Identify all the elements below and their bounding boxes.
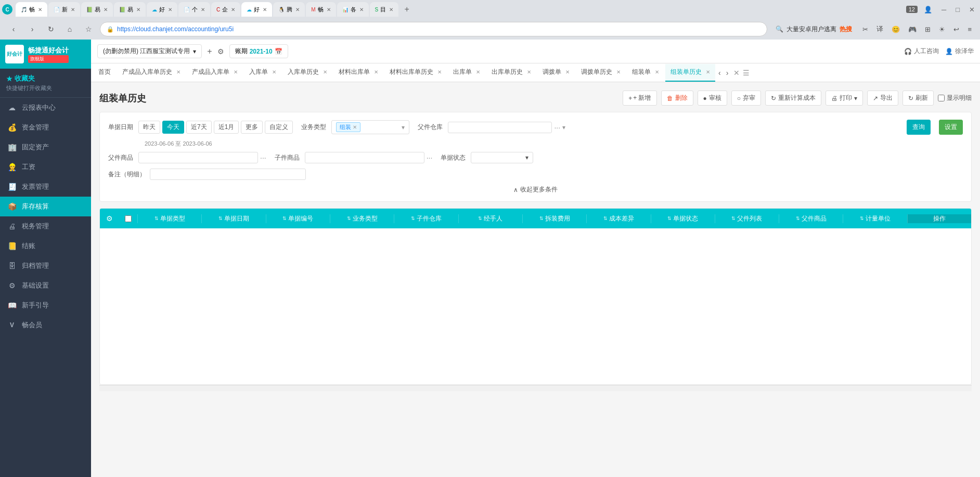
parent-warehouse-dropdown[interactable]: ▾ [562,124,565,131]
period-selector[interactable]: 账期 2021-10 📅 [229,44,288,58]
user-profile-button[interactable]: 👤 徐泽华 [945,47,974,56]
tab-xin[interactable]: 📄 新 ✕ [48,2,80,17]
print-button[interactable]: 🖨 打印 ▾ [826,91,863,106]
minimize-button[interactable]: ─ [938,5,949,15]
maximize-button[interactable]: □ [952,5,963,15]
tab-teng[interactable]: 🐧 腾 ✕ [273,2,305,17]
close-icon[interactable]: ✕ [231,7,235,12]
translate-icon[interactable]: 译 [874,23,885,35]
url-bar[interactable]: 🔒 https://cloud.chanjet.com/accounting/u… [100,22,767,36]
sidebar-item-close[interactable]: 📒 结账 [0,236,91,256]
sidebar-item-settings[interactable]: ⚙ 基础设置 [0,276,91,295]
7days-btn[interactable]: 近7天 [186,121,212,134]
close-icon[interactable]: ✕ [295,7,300,12]
sidebar-item-guide[interactable]: 📖 新手引导 [0,295,91,315]
parent-warehouse-input[interactable] [448,122,552,133]
sidebar-item-archive[interactable]: 🗄 归档管理 [0,256,91,276]
tab-ge2[interactable]: 📊 各 ✕ [337,2,369,17]
close-icon[interactable]: ✕ [38,7,42,12]
sidebar-item-invoice[interactable]: 🧾 发票管理 [0,177,91,197]
close-icon[interactable]: ✕ [263,7,267,12]
audit-button[interactable]: ● 审核 [698,91,727,106]
tab-home[interactable]: 首页 [93,64,116,82]
close-tab-icon[interactable]: ✕ [527,69,531,75]
th-doc-status[interactable]: ⇅ 单据状态 [651,214,715,223]
select-all-checkbox[interactable] [119,215,137,222]
sidebar-item-cloud-reports[interactable]: ☁ 云报表中心 [0,98,91,118]
sidebar-logo[interactable]: 好会计 畅捷通好会计 旗舰版 [0,40,91,69]
gamepad-icon[interactable]: 🎮 [906,24,919,34]
display-detail-checkbox[interactable]: 显示明细 [938,94,972,102]
tab-material-out[interactable]: 材料出库单 ✕ [333,64,383,82]
export-button[interactable]: ↗ 导出 [867,91,898,106]
sidebar-item-fund[interactable]: 💰 资金管理 [0,118,91,137]
settings-icon[interactable]: ⚙ [217,47,224,56]
service-button[interactable]: 🎧 人工咨询 [904,47,939,56]
tab-out[interactable]: 出库单 ✕ [448,64,485,82]
settings-button[interactable]: 设置 [939,120,963,135]
history-icon[interactable]: ↩ [951,24,961,34]
recalculate-button[interactable]: ↻ 重新计算成本 [765,91,821,106]
remove-tag-icon[interactable]: ✕ [353,124,357,130]
close-tab-icon[interactable]: ✕ [374,69,378,75]
close-tab-icon[interactable]: ✕ [234,69,238,75]
close-tab-icon[interactable]: ✕ [616,69,621,75]
emoji-icon[interactable]: 😊 [889,24,902,34]
close-icon[interactable]: ✕ [104,7,108,12]
close-tab-icon[interactable]: ✕ [176,69,180,75]
grid-icon[interactable]: ⊞ [923,24,933,34]
tab-stock-in-history[interactable]: 入库单历史 ✕ [282,64,332,82]
tab-menu-icon[interactable]: ☰ [743,69,750,77]
forward-button[interactable]: › [25,22,40,36]
new-tab-button[interactable]: + [399,2,414,17]
sidebar-item-payroll[interactable]: 👷 工资 [0,157,91,177]
close-icon[interactable]: ✕ [168,7,172,12]
favorites-subtitle[interactable]: 快捷键打开收藏夹 [6,84,85,92]
tab-chang[interactable]: M 畅 ✕ [306,2,336,17]
column-settings-icon[interactable]: ⚙ [100,214,119,223]
profile-icon[interactable]: 👤 [921,5,935,15]
tab-transfer[interactable]: 调拨单 ✕ [537,64,575,82]
display-detail-input[interactable] [938,95,945,101]
add-company-icon[interactable]: + [207,47,212,56]
th-unit[interactable]: ⇅ 计量单位 [843,214,907,223]
close-icon[interactable]: ✕ [327,7,331,12]
sidebar-item-fixed-assets[interactable]: 🏢 固定资产 [0,137,91,157]
close-tab-icon[interactable]: ✕ [272,69,276,75]
tab-hao2[interactable]: ☁ 好 ✕ [241,2,272,17]
th-child-warehouse[interactable]: ⇅ 子件仓库 [394,214,458,223]
th-disassembly-fee[interactable]: ⇅ 拆装费用 [522,214,586,223]
close-icon[interactable]: ✕ [389,7,393,12]
tab-out-history[interactable]: 出库单历史 ✕ [486,64,536,82]
close-all-tabs-icon[interactable]: ✕ [733,69,740,77]
tab-hao1[interactable]: ☁ 好 ✕ [147,2,177,17]
tab-assembly-history[interactable]: 组装单历史 ✕ [665,64,715,82]
select-all-input[interactable] [125,215,132,222]
abandon-button[interactable]: ○ 弃审 [731,91,761,106]
tab-stock-in[interactable]: 入库单 ✕ [244,64,281,82]
tab-next-arrow[interactable]: › [724,69,731,77]
th-cost-diff[interactable]: ⇅ 成本差异 [586,214,650,223]
tab-assembly[interactable]: 组装单 ✕ [627,64,664,82]
yesterday-btn[interactable]: 昨天 [138,121,160,134]
tab-ge[interactable]: 📄 个 ✕ [178,2,210,17]
close-tab-icon[interactable]: ✕ [655,69,659,75]
sidebar-item-tax[interactable]: 🖨 税务管理 [0,216,91,236]
sidebar-item-inventory[interactable]: 📦 库存核算 [0,197,91,216]
close-button[interactable]: ✕ [966,5,978,15]
back-button[interactable]: ‹ [6,22,21,36]
close-tab-icon[interactable]: ✕ [437,69,442,75]
tab-mu[interactable]: S 目 ✕ [370,2,399,17]
query-button[interactable]: 查询 [907,120,931,135]
more-date-btn[interactable]: 更多 [241,121,263,134]
child-product-input[interactable] [305,152,424,163]
th-doc-no[interactable]: ⇅ 单据编号 [266,214,330,223]
close-icon[interactable]: ✕ [136,7,140,12]
tab-yi2[interactable]: 📗 易 ✕ [114,2,146,17]
tab-product-in[interactable]: 产成品入库单 ✕ [187,64,243,82]
menu-icon[interactable]: ≡ [965,24,974,34]
tab-material-out-history[interactable]: 材料出库单历史 ✕ [384,64,447,82]
child-product-more-icon[interactable]: ··· [427,153,433,162]
company-selector[interactable]: (勿删勿禁用) 江西服宝测试专用 ▾ [97,44,202,58]
close-tab-icon[interactable]: ✕ [476,69,480,75]
